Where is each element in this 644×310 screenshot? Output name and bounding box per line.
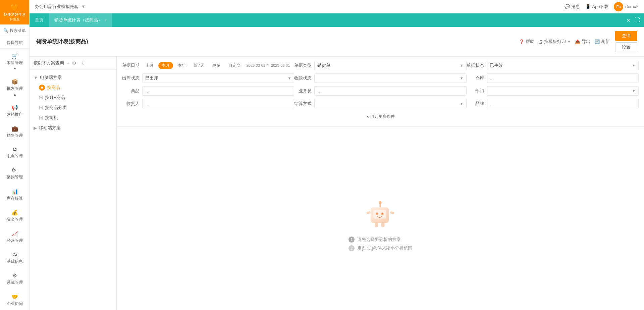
svg-rect-11 [381,222,385,227]
refresh-btn[interactable]: 🔄 刷新 [594,39,610,45]
doctype-label: 单据类型 [294,62,314,68]
date-tab-custom[interactable]: 自定义 [225,62,244,69]
sidebar-item-finance[interactable]: 💰 资金管理 [0,205,29,226]
scheme-tree: ▼ 电脑端方案 按商品 回 按月+商品 [30,70,116,136]
app-logo[interactable]: 🧡 畅捷通好生意 标准版 [0,0,29,24]
filter-results-area: 单据日期 上月 本月 本年 近7天 更多 自定义 2023-03-01 至 20… [117,57,644,310]
user-menu[interactable]: Ea demo2 [614,2,639,11]
scheme-active-dot [39,85,45,91]
scheme-item-category[interactable]: 回 按商品分类 [35,103,116,113]
scheme-collapse-icon[interactable]: 《 [79,60,84,66]
date-tab-this-month[interactable]: 本月 [158,62,173,69]
sidebar-search[interactable]: 🔍 搜索菜单 [0,24,29,37]
sidebar-item-operations[interactable]: 📈 经营管理 [0,226,29,248]
filter-receiver-cell: 收货人 … [122,99,294,108]
empty-state: 1 请先选择要分析的方案 2 用[过滤]条件来缩小分析范围 [117,126,644,310]
filter-payment-cell: 收款状态 ▼ [294,73,466,83]
step-1-text: 请先选择要分析的方案 [357,237,401,243]
sidebar-item-purchase[interactable]: 🛍 采购管理 [0,163,29,184]
tab-current-label: 销货单统计表（按商品） [54,17,102,23]
salesperson-label: 业务员 [294,88,314,94]
app-download-btn[interactable]: 📱 App下载 [585,4,608,10]
settings-button[interactable]: 设置 [615,42,637,52]
export-btn[interactable]: 📤 导出 [575,39,590,45]
date-tab-7days[interactable]: 近7天 [191,62,208,69]
system-icon: ⚙ [12,272,17,279]
scheme-item-month-goods[interactable]: 回 按月+商品 [35,93,116,103]
outstatus-select[interactable]: 已出库 ▼ [142,73,294,83]
filter-panel: 单据日期 上月 本月 本年 近7天 更多 自定义 2023-03-01 至 20… [117,57,644,126]
operations-label: 经营管理 [7,238,23,244]
sidebar-item-retail[interactable]: 🛒 零售管理 ▼ [0,49,29,74]
sidebar-item-basic[interactable]: 🗂 基础信息 [0,248,29,268]
tab-bar: 首页 销货单统计表（按商品） × ✕ ⛶ [30,13,644,27]
docstatus-select[interactable]: 已生效 ▼ [487,61,639,70]
sidebar-item-ecommerce[interactable]: 🖥 电商管理 [0,143,29,163]
dept-select[interactable]: ▼ [487,86,639,96]
sidebar-item-wholesale[interactable]: 📦 批发管理 ▲ [0,74,29,100]
receiver-input[interactable]: … [142,99,294,108]
app-label: App下载 [592,4,608,10]
filter-date-cell: 单据日期 上月 本月 本年 近7天 更多 自定义 2023-03-01 至 20… [122,61,294,70]
date-tab-more[interactable]: 更多 [209,62,224,69]
scheme-pc-group[interactable]: ▼ 电脑端方案 [30,72,116,83]
date-tab-last-month[interactable]: 上月 [142,62,157,69]
sidebar-item-enterprise[interactable]: 🤝 企业协同 [0,290,29,310]
message-btn[interactable]: 💬 消息 [565,4,580,10]
scheme-item-goods[interactable]: 按商品 [35,83,116,93]
tab-current[interactable]: 销货单统计表（按商品） × [49,13,112,27]
collapse-more-btn[interactable]: ∧ 收起更多条件 [122,111,639,122]
retail-label: 零售管理 [7,60,23,66]
app-name: 畅捷通好生意 [4,12,26,16]
workspace-name: 办公用品行业模拟账套 [35,4,78,10]
doctype-select[interactable]: 销货单 ▼ [314,61,466,70]
scheme-add-icon[interactable]: + [67,60,69,66]
warehouse-label: 仓库 [467,75,487,81]
docstatus-label: 单据状态 [467,62,487,68]
scheme-pc-label: 电脑端方案 [40,74,62,81]
paymethod-select[interactable]: ▼ [314,99,466,108]
tab-home[interactable]: 首页 [30,13,49,27]
scheme-mobile-group[interactable]: ▶ 移动端方案 [30,123,116,133]
wholesale-arrow: ▲ [13,93,17,96]
basic-icon: 🗂 [12,252,17,258]
step-2-text: 用[过滤]条件来缩小分析范围 [357,245,412,251]
help-btn[interactable]: ❓ 帮助 [519,39,534,45]
filter-outstatus-cell: 出库状态 已出库 ▼ [122,73,294,83]
docstatus-value: 已生效 [490,62,503,68]
payment-select[interactable]: ▼ [314,73,466,83]
sidebar-item-system[interactable]: ⚙ 系统管理 [0,268,29,290]
sidebar-quick-nav[interactable]: 快捷导航 [0,37,29,49]
sidebar-item-sales[interactable]: 💼 销售管理 [0,121,29,143]
main-area: 办公用品行业模拟账套 ▼ 💬 消息 📱 App下载 Ea demo2 首页 销货… [30,0,644,310]
tab-close-all-btn[interactable]: ✕ [625,16,632,25]
warehouse-input[interactable]: … [487,73,639,83]
tab-home-label: 首页 [35,17,44,23]
dept-label: 部门 [467,88,487,94]
scheme-mobile-label: 移动端方案 [39,125,61,131]
salesperson-input[interactable]: … [314,86,466,96]
wholesale-icon: 📦 [11,79,18,85]
tab-close-btn[interactable]: × [104,18,107,22]
date-range: 2023-03-01 至 2023-03-31 [247,63,290,68]
tab-maximize-btn[interactable]: ⛶ [633,16,641,24]
sidebar-item-inventory[interactable]: 📊 库存核算 [0,184,29,205]
step-num-1: 1 [348,237,355,243]
sidebar-item-marketing[interactable]: 📢 营销推广 [0,100,29,121]
step-num-2: 2 [348,245,355,251]
date-tab-this-year[interactable]: 本年 [174,62,189,69]
app-icon: 📱 [585,4,591,9]
scheme-settings-icon[interactable]: ⚙ [72,60,76,66]
query-button[interactable]: 查询 [615,31,637,41]
tab-actions: ✕ ⛶ [625,16,644,25]
sales-icon: 💼 [11,125,18,132]
svg-rect-9 [390,211,395,214]
print-btn[interactable]: 🖨 按模板打印 ▼ [538,39,571,45]
brand-input[interactable]: … [487,99,639,108]
date-label: 单据日期 [122,62,142,68]
operations-icon: 📈 [11,230,18,237]
scheme-item-driver[interactable]: 回 按司机 [35,113,116,123]
receiver-label: 收货人 [122,101,142,107]
goods-input[interactable]: … [142,86,294,96]
filter-row-3: 商品 … 业务员 … [122,86,639,96]
